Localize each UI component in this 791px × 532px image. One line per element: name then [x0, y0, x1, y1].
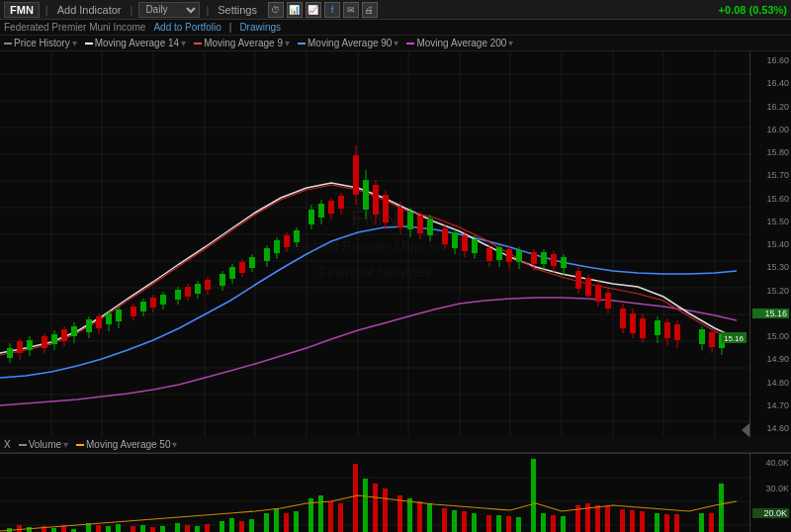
svg-rect-127	[551, 254, 557, 266]
svg-rect-184	[249, 519, 254, 532]
sep2: |	[131, 4, 133, 16]
ma200-label[interactable]: Moving Average 200 ▾	[406, 38, 513, 48]
svg-rect-61	[185, 287, 191, 297]
svg-rect-193	[353, 464, 358, 532]
price-label-1530: 15.30	[752, 262, 789, 272]
volume-area: 40.0K 30.0K 20.0K 10.0K	[0, 453, 791, 532]
ma90-label[interactable]: Moving Average 90 ▾	[298, 38, 398, 48]
svg-rect-186	[274, 508, 279, 532]
svg-rect-220	[655, 513, 659, 532]
svg-rect-137	[605, 293, 611, 309]
svg-rect-208	[516, 517, 521, 532]
svg-rect-67	[220, 274, 225, 286]
svg-rect-79	[284, 235, 290, 247]
svg-rect-91	[353, 155, 359, 195]
svg-rect-47	[106, 313, 112, 324]
ma14-text: Moving Average 14	[95, 38, 179, 48]
settings-button[interactable]: Settings	[215, 3, 260, 17]
svg-rect-172	[116, 524, 121, 532]
svg-rect-87	[328, 201, 334, 214]
svg-rect-205	[486, 515, 491, 532]
svg-rect-221	[664, 514, 669, 532]
svg-rect-223	[699, 513, 704, 532]
svg-rect-218	[630, 510, 635, 532]
svg-rect-111	[462, 235, 468, 251]
price-history-label[interactable]: Price History ▾	[4, 38, 77, 48]
svg-rect-43	[86, 319, 92, 332]
svg-rect-149	[674, 324, 680, 340]
period-dropdown[interactable]: Daily Weekly Monthly	[138, 2, 200, 18]
svg-rect-89	[338, 196, 344, 209]
svg-rect-177	[175, 523, 180, 532]
icon-facebook[interactable]: f	[324, 2, 340, 18]
svg-rect-131	[575, 271, 581, 289]
vol-label-40k: 40.0K	[752, 458, 789, 468]
svg-rect-85	[318, 204, 324, 218]
ma9-text: Moving Average 9	[204, 38, 283, 48]
vol-label-30k: 30.0K	[752, 484, 789, 493]
svg-rect-206	[496, 515, 501, 532]
svg-rect-59	[175, 290, 181, 300]
icon-share[interactable]: ✉	[343, 2, 359, 18]
volume-x-icon[interactable]: X	[4, 439, 11, 450]
price-label-1460: 14.60	[752, 423, 789, 433]
icon-clock[interactable]: ⏱	[268, 2, 284, 18]
svg-rect-170	[96, 525, 101, 532]
svg-rect-194	[363, 479, 368, 532]
svg-rect-141	[630, 313, 636, 333]
add-indicator-button[interactable]: Add Indicator	[54, 3, 125, 17]
svg-rect-117	[496, 247, 502, 260]
add-to-portfolio-link[interactable]: Add to Portfolio	[153, 22, 220, 33]
svg-rect-103	[417, 216, 423, 233]
volume-label[interactable]: Volume ▾	[19, 439, 68, 450]
svg-rect-191	[328, 501, 333, 532]
svg-rect-210	[541, 513, 546, 532]
svg-rect-93	[363, 180, 369, 210]
svg-rect-113	[472, 239, 478, 253]
volume-ma50-label[interactable]: Moving Average 50 ▾	[76, 439, 177, 450]
svg-rect-81	[294, 230, 300, 242]
icon-line[interactable]: 📈	[306, 2, 321, 18]
period-select[interactable]: Daily Weekly Monthly	[138, 2, 200, 18]
svg-rect-190	[318, 495, 323, 532]
svg-text:15.16: 15.16	[724, 334, 745, 343]
ma14-dot	[85, 43, 93, 44]
price-history-text: Price History	[14, 38, 70, 48]
svg-rect-105	[427, 219, 433, 235]
volume-labels: X Volume ▾ Moving Average 50 ▾	[0, 437, 791, 453]
svg-rect-35	[42, 336, 47, 348]
sep: |	[229, 22, 232, 33]
ma9-label[interactable]: Moving Average 9 ▾	[194, 38, 290, 48]
ma90-text: Moving Average 90	[308, 38, 392, 48]
candlestick-chart[interactable]: FMN Federated Premier Muni IncomeFinanci…	[0, 51, 749, 437]
svg-rect-203	[462, 511, 467, 532]
price-label-1580: 15.80	[752, 147, 789, 157]
svg-rect-65	[205, 280, 211, 290]
svg-rect-115	[486, 248, 492, 261]
price-change: +0.08 (0.53%)	[719, 4, 787, 16]
ma200-text: Moving Average 200	[416, 38, 506, 48]
price-label-1490: 14.90	[752, 354, 789, 364]
svg-rect-215	[595, 505, 600, 532]
svg-rect-164	[27, 527, 32, 532]
icon-chart[interactable]: 📊	[287, 2, 303, 18]
volume-dot	[19, 444, 27, 446]
volume-chart[interactable]	[0, 454, 749, 532]
svg-rect-77	[274, 240, 280, 253]
svg-rect-212	[561, 516, 566, 532]
svg-rect-147	[664, 322, 670, 338]
svg-rect-99	[397, 208, 403, 227]
price-label-1660: 16.60	[752, 55, 789, 65]
svg-rect-176	[160, 526, 165, 532]
svg-rect-97	[383, 195, 389, 222]
svg-rect-179	[195, 526, 200, 532]
icon-print[interactable]: 🖨	[362, 2, 378, 18]
svg-rect-119	[506, 249, 512, 262]
svg-rect-219	[640, 511, 645, 532]
ticker-symbol[interactable]: FMN	[4, 2, 40, 18]
svg-rect-63	[195, 284, 201, 294]
ma14-label[interactable]: Moving Average 14 ▾	[85, 38, 186, 48]
drawings-link[interactable]: Drawings	[239, 22, 281, 33]
price-label-1500: 15.00	[752, 331, 789, 341]
svg-rect-73	[249, 257, 255, 268]
